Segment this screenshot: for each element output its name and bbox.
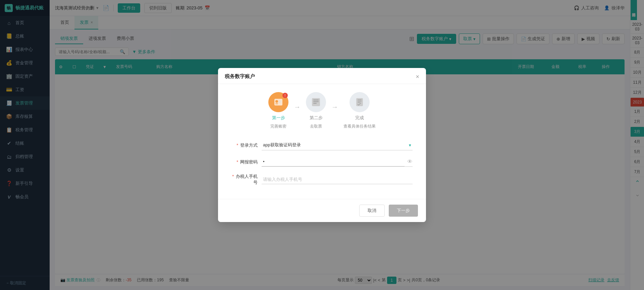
phone-label: * 办税人手机号	[231, 173, 262, 186]
phone-input[interactable]	[262, 175, 413, 184]
dialog-close-button[interactable]: ×	[416, 74, 419, 80]
svg-rect-10	[358, 99, 362, 100]
step-1-sub: 完善账密	[270, 124, 286, 129]
dialog-overlay: 税务数字账户 × !	[0, 0, 644, 290]
step-3-icon	[350, 92, 370, 112]
step-1: ! 第一步 完善账密	[268, 92, 288, 129]
svg-rect-4	[279, 102, 281, 103]
step-2-icon	[306, 92, 326, 112]
svg-rect-2	[275, 103, 278, 104]
step-3-sub: 查看具体任务结果	[343, 124, 376, 129]
dialog-body: ! 第一步 完善账密 →	[218, 84, 426, 199]
step-arrow-2: →	[331, 103, 338, 118]
step-1-error-badge: !	[282, 93, 288, 98]
step-arrow-1: →	[294, 103, 301, 118]
password-input[interactable]	[262, 157, 405, 166]
step-1-label: 第一步	[272, 115, 285, 121]
password-field-wrapper: 👁	[262, 157, 413, 167]
svg-rect-6	[313, 99, 319, 100]
dialog-header: 税务数字账户 ×	[218, 68, 426, 84]
next-button[interactable]: 下一步	[389, 205, 418, 217]
login-method-select[interactable]: app获取验证码登录 ▾	[262, 140, 413, 150]
password-visibility-toggle[interactable]: 👁	[407, 159, 413, 165]
step-2-label: 第二步	[310, 115, 323, 121]
svg-point-1	[275, 100, 278, 103]
step-2: 第二步 去取票	[306, 92, 326, 129]
svg-rect-7	[313, 101, 319, 102]
dialog-footer: 取消 下一步	[218, 199, 426, 222]
dialog-title: 税务数字账户	[225, 73, 255, 80]
dialog: 税务数字账户 × !	[218, 68, 426, 222]
svg-rect-3	[279, 101, 281, 101]
phone-row: * 办税人手机号	[231, 173, 413, 186]
steps: ! 第一步 完善账密 →	[231, 92, 413, 129]
cancel-button[interactable]: 取消	[359, 205, 385, 217]
step-3-label: 完成	[355, 115, 364, 121]
login-method-label: * 登录方式	[231, 142, 262, 148]
password-row: * 网报密码 👁	[231, 157, 413, 167]
login-method-value: app获取验证码登录	[263, 142, 301, 148]
step-2-sub: 去取票	[310, 124, 322, 129]
login-method-dropdown-icon: ▾	[409, 143, 411, 148]
password-label: * 网报密码	[231, 159, 262, 165]
step-3: 完成 查看具体任务结果	[343, 92, 376, 129]
svg-rect-8	[313, 103, 317, 104]
svg-rect-12	[358, 102, 360, 103]
svg-rect-11	[358, 101, 362, 101]
login-method-row: * 登录方式 app获取验证码登录 ▾	[231, 140, 413, 150]
step-1-icon: !	[268, 92, 288, 112]
